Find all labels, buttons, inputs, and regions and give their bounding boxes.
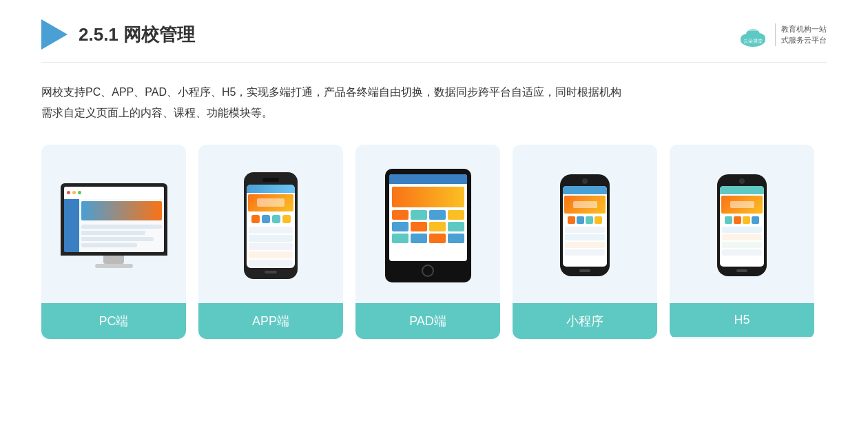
card-app-label: APP端 [198,303,343,339]
page-title: 2.5.1 网校管理 [79,23,195,47]
card-h5-label: H5 [670,303,814,337]
mini-phone-miniprogram-screen [563,186,607,267]
tablet-mockup [385,169,471,282]
brand-tagline-2: 式服务云平台 [781,34,827,46]
brand-tagline-1: 教育机构一站 [781,23,827,35]
phone-miniprogram-mockup [560,174,610,276]
logo-triangle-icon [41,19,68,50]
phone-h5-camera [739,178,745,184]
card-pad-image [355,145,500,303]
description-text: 网校支持PC、APP、PAD、小程序、H5，实现多端打通，产品各终端自由切换，数… [41,82,827,124]
brand-cloud-icon: 云朵课堂 yunduoketang [736,21,769,48]
card-app: APP端 [198,145,343,339]
card-miniprogram-image [513,145,657,303]
svg-text:云朵课堂: 云朵课堂 [743,39,763,43]
card-pc-image [41,145,186,303]
card-h5: H5 [670,145,814,339]
tablet-body [385,169,471,282]
phone-home-btn-h5 [736,269,747,272]
monitor-stand [95,264,133,268]
phone-app-body [244,172,298,279]
monitor-display [64,187,164,252]
phone-h5-mockup [717,174,767,276]
card-miniprogram: 小程序 [513,145,657,339]
card-pc-label: PC端 [41,303,186,339]
brand-text: 教育机构一站 式服务云平台 [775,23,827,46]
mini-phone-miniprogram-body [560,174,610,276]
header: 2.5.1 网校管理 云朵课堂 yunduoketang 教育机构一站 式服务云… [41,19,827,63]
card-app-image [198,145,343,303]
phone-camera [582,178,588,184]
description-line1: 网校支持PC、APP、PAD、小程序、H5，实现多端打通，产品各终端自由切换，数… [41,82,827,103]
phone-app-mockup [244,172,298,279]
cards-grid: PC端 [41,145,827,339]
card-h5-image [670,145,814,303]
header-left: 2.5.1 网校管理 [41,19,195,50]
phone-home-btn-mini [579,269,590,272]
brand-logo: 云朵课堂 yunduoketang 教育机构一站 式服务云平台 [736,21,827,48]
phone-home-btn [265,271,277,273]
title-main: 网校管理 [123,24,195,45]
mini-phone-h5-screen [720,186,764,267]
card-pad-label: PAD端 [355,303,500,339]
description-line2: 需求自定义页面上的内容、课程、功能模块等。 [41,103,827,123]
title-number: 2.5.1 [79,24,123,45]
card-pc: PC端 [41,145,186,339]
header-right: 云朵课堂 yunduoketang 教育机构一站 式服务云平台 [736,21,827,48]
phone-app-screen [247,185,295,268]
mini-phone-h5-body [717,174,767,276]
phone-notch [262,178,279,182]
card-miniprogram-label: 小程序 [513,303,657,339]
card-pad: PAD端 [355,145,500,339]
monitor-base [103,256,124,264]
monitor-mockup [61,183,167,268]
page-wrapper: 2.5.1 网校管理 云朵课堂 yunduoketang 教育机构一站 式服务云… [0,0,868,434]
tablet-home-btn [422,265,434,277]
monitor-screen [61,183,167,256]
svg-text:yunduoketang: yunduoketang [740,28,766,32]
tablet-screen [389,174,467,261]
